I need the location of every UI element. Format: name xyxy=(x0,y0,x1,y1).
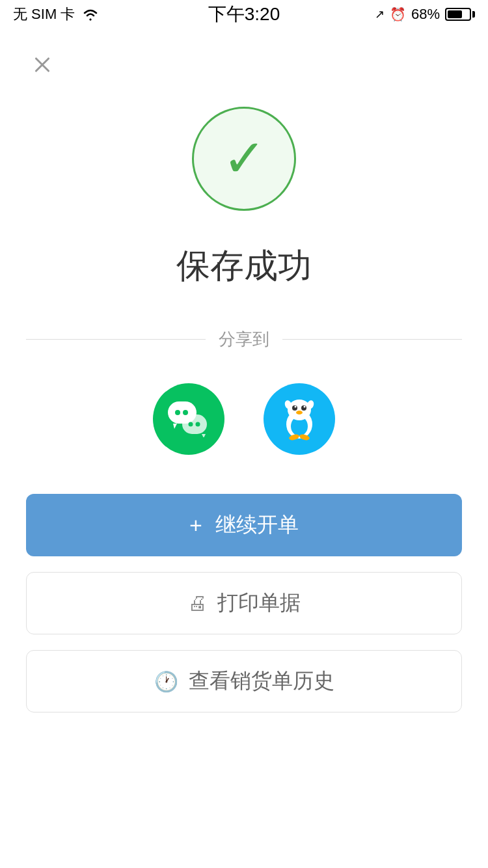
wechat-icon xyxy=(168,401,210,437)
action-buttons: + 继续开单 🖨 打印单据 🕐 查看销货单历史 xyxy=(26,494,462,712)
print-button[interactable]: 🖨 打印单据 xyxy=(26,572,462,634)
divider-left xyxy=(26,339,206,340)
svg-point-15 xyxy=(296,411,303,414)
svg-marker-1 xyxy=(173,424,177,429)
close-button-wrapper xyxy=(26,48,462,81)
close-icon[interactable] xyxy=(26,48,59,81)
history-label: 查看销货单历史 xyxy=(189,667,334,696)
main-content: ✓ 保存成功 分享到 xyxy=(0,29,488,712)
print-label: 打印单据 xyxy=(217,589,301,617)
status-left: 无 SIM 卡 xyxy=(13,5,100,24)
svg-point-10 xyxy=(288,400,311,420)
svg-point-6 xyxy=(188,422,193,426)
continue-button[interactable]: + 继续开单 xyxy=(26,494,462,556)
svg-point-2 xyxy=(175,410,180,415)
qq-share-button[interactable] xyxy=(264,383,335,455)
battery-indicator xyxy=(445,8,475,21)
carrier-text: 无 SIM 卡 xyxy=(13,5,75,24)
battery-percent: 68% xyxy=(411,6,440,23)
share-section: 分享到 xyxy=(26,328,462,455)
location-icon: ↗ xyxy=(375,7,385,21)
share-icons xyxy=(26,383,462,455)
plus-icon: + xyxy=(189,513,202,538)
svg-rect-4 xyxy=(182,414,207,434)
checkmark-icon: ✓ xyxy=(223,133,266,185)
wechat-share-button[interactable] xyxy=(153,383,224,455)
svg-point-7 xyxy=(195,422,200,426)
svg-point-13 xyxy=(295,405,297,407)
svg-point-3 xyxy=(183,410,188,415)
svg-marker-5 xyxy=(202,434,206,437)
status-right: ↗ ⏰ 68% xyxy=(375,6,475,23)
history-button[interactable]: 🕐 查看销货单历史 xyxy=(26,650,462,712)
share-divider: 分享到 xyxy=(26,328,462,351)
success-circle: ✓ xyxy=(192,107,296,211)
success-title: 保存成功 xyxy=(176,243,312,289)
divider-right xyxy=(282,339,462,340)
status-bar: 无 SIM 卡 下午3:20 ↗ ⏰ 68% xyxy=(0,0,488,29)
alarm-icon: ⏰ xyxy=(390,7,406,22)
share-label: 分享到 xyxy=(219,328,269,351)
status-time: 下午3:20 xyxy=(208,2,280,27)
wifi-icon xyxy=(81,8,100,21)
svg-point-14 xyxy=(304,405,306,407)
qq-icon xyxy=(280,398,319,441)
print-icon: 🖨 xyxy=(187,592,207,614)
history-icon: 🕐 xyxy=(154,670,178,693)
continue-label: 继续开单 xyxy=(215,511,299,539)
